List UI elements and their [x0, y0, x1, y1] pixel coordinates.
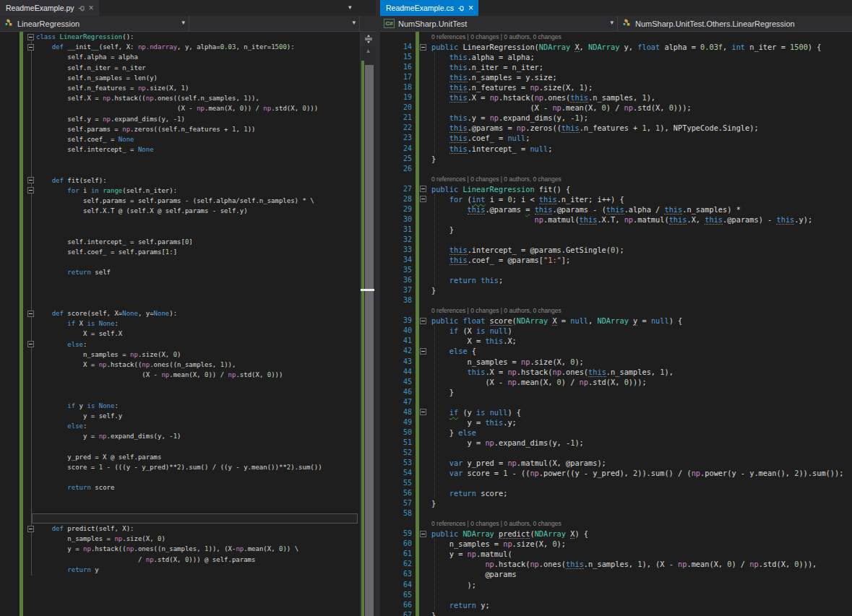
- chevron-down-icon[interactable]: ▾: [352, 19, 356, 26]
- fold-toggle-icon[interactable]: [27, 187, 34, 194]
- code-line[interactable]: return self: [0, 267, 360, 277]
- code-line[interactable]: 67}: [380, 610, 852, 616]
- line-number[interactable]: 61: [380, 549, 412, 559]
- code-line[interactable]: 34 this.coef_ = @params["1:"];: [380, 255, 852, 265]
- line-number[interactable]: 64: [380, 580, 412, 590]
- codelens-row[interactable]: 0 references | 0 changes | 0 authors, 0 …: [380, 174, 852, 184]
- code-line[interactable]: 16 this.n_iter = n_iter;: [380, 62, 852, 72]
- line-number[interactable]: 31: [380, 225, 412, 235]
- code-line[interactable]: self.coef_ = self.params[1:]: [0, 247, 360, 257]
- code-line[interactable]: n_samples = np.size(X, 0): [0, 350, 360, 360]
- fold-toggle-icon[interactable]: [420, 531, 426, 537]
- line-number[interactable]: 34: [380, 255, 412, 265]
- csharp-code-editor[interactable]: 0 references | 0 changes | 0 authors, 0 …: [380, 32, 852, 616]
- code-line[interactable]: 65: [380, 590, 852, 600]
- code-line[interactable]: self.n_features = np.size(X, 1): [0, 83, 360, 93]
- code-line[interactable]: 43 n_samples = np.size(X, 0);: [380, 357, 852, 367]
- code-line[interactable]: 19 this.X = np.hstack(np.ones(this.n_sam…: [380, 92, 852, 103]
- code-line[interactable]: 64 );: [380, 580, 852, 590]
- close-icon[interactable]: ×: [468, 4, 473, 12]
- code-line[interactable]: [0, 585, 360, 595]
- fold-toggle-icon[interactable]: [27, 526, 34, 532]
- code-line[interactable]: 14public LinearRegression(NDArray X, NDA…: [380, 42, 852, 52]
- line-number[interactable]: 16: [380, 62, 412, 72]
- fold-toggle-icon[interactable]: [420, 44, 426, 51]
- line-number[interactable]: 28: [380, 194, 412, 204]
- line-number[interactable]: 39: [380, 316, 412, 326]
- code-line[interactable]: return score: [0, 482, 360, 493]
- codelens-row[interactable]: 0 references | 0 changes | 0 authors, 0 …: [380, 519, 852, 529]
- code-line[interactable]: 30 np.matmul(this.X.T, np.matmul(this.X,…: [380, 214, 852, 225]
- code-line[interactable]: if X is None:: [0, 318, 360, 329]
- code-line[interactable]: 66 return y;: [380, 600, 852, 610]
- line-number[interactable]: 63: [380, 569, 412, 579]
- line-number[interactable]: 60: [380, 539, 412, 549]
- code-line[interactable]: 31 }: [380, 225, 852, 235]
- line-number[interactable]: 40: [380, 326, 412, 336]
- line-number[interactable]: 67: [380, 610, 412, 616]
- code-line[interactable]: for i in range(self.n_iter):: [0, 186, 360, 196]
- code-line[interactable]: 52: [380, 448, 852, 458]
- code-line[interactable]: self.params = np.zeros((self.n_features …: [0, 124, 360, 134]
- chevron-down-icon[interactable]: ▾: [610, 19, 614, 26]
- line-number[interactable]: 25: [380, 154, 412, 164]
- code-line[interactable]: self.alpha = alpha: [0, 52, 360, 62]
- code-line[interactable]: 51 y = np.expand_dims(y, -1);: [380, 438, 852, 448]
- code-line[interactable]: 54 var score = 1 - ((np.power((y - y_pre…: [380, 468, 852, 478]
- line-number[interactable]: 44: [380, 367, 412, 377]
- code-line[interactable]: 47: [380, 397, 852, 407]
- code-line[interactable]: else:: [0, 339, 360, 350]
- line-number[interactable]: 19: [380, 92, 412, 103]
- code-line[interactable]: 60 n_samples = np.size(X, 0);: [380, 539, 852, 549]
- code-line[interactable]: [0, 380, 360, 390]
- code-line[interactable]: (X - np.mean(X, 0)) / np.std(X, 0))): [0, 370, 360, 380]
- close-icon[interactable]: ×: [89, 4, 94, 12]
- line-number[interactable]: 18: [380, 82, 412, 92]
- tab-readmeexample-py[interactable]: ReadmeExample.py ×: [0, 0, 99, 16]
- fold-toggle-icon[interactable]: [27, 44, 34, 51]
- code-line[interactable]: X = self.X: [0, 329, 360, 339]
- code-line[interactable]: self.n_iter = n_iter: [0, 63, 360, 73]
- line-number[interactable]: 30: [380, 214, 412, 225]
- line-number[interactable]: 41: [380, 336, 412, 346]
- code-line[interactable]: self.intercept_ = self.params[0]: [0, 237, 360, 247]
- code-line[interactable]: [0, 575, 360, 585]
- line-number[interactable]: 27: [380, 184, 412, 194]
- code-line[interactable]: 24 this.intercept_ = null;: [380, 144, 852, 154]
- code-line[interactable]: 37}: [380, 285, 852, 295]
- code-line[interactable]: 58: [380, 508, 852, 519]
- line-number[interactable]: 53: [380, 458, 412, 468]
- line-number[interactable]: 42: [380, 346, 412, 356]
- line-number[interactable]: 38: [380, 295, 412, 305]
- code-line[interactable]: self.y = np.expand_dims(y, -1): [0, 114, 360, 124]
- code-line[interactable]: 63 @params: [380, 569, 852, 579]
- code-line[interactable]: 28 for (int i = 0; i < this.n_iter; i++)…: [380, 194, 852, 204]
- code-line[interactable]: 38: [380, 295, 852, 305]
- scope-dropdown[interactable]: LinearRegression ▾: [0, 16, 189, 31]
- code-line[interactable]: 48 if (y is null) {: [380, 407, 852, 417]
- fold-toggle-icon[interactable]: [27, 311, 34, 317]
- line-number[interactable]: 45: [380, 377, 412, 387]
- code-line[interactable]: n_samples = np.size(X, 0): [0, 534, 360, 544]
- codelens-row[interactable]: 0 references | 0 changes | 0 authors, 0 …: [380, 305, 852, 316]
- code-line[interactable]: 44 this.X = np.hstack(np.ones(this.n_sam…: [380, 367, 852, 377]
- code-line[interactable]: [0, 513, 360, 524]
- line-number[interactable]: 54: [380, 468, 412, 478]
- code-line[interactable]: 45 (X - np.mean(X, 0) / np.std(X, 0)));: [380, 377, 852, 387]
- code-line[interactable]: [0, 257, 360, 267]
- line-number[interactable]: 23: [380, 133, 412, 143]
- code-line[interactable]: [0, 288, 360, 298]
- code-line[interactable]: [0, 165, 360, 175]
- line-number[interactable]: 43: [380, 357, 412, 367]
- code-line[interactable]: 36 return this;: [380, 275, 852, 285]
- line-number[interactable]: 22: [380, 123, 412, 133]
- fold-toggle-icon[interactable]: [420, 318, 426, 324]
- line-number[interactable]: 55: [380, 478, 412, 488]
- fold-toggle-icon[interactable]: [27, 177, 34, 183]
- code-line[interactable]: 27public LinearRegression fit() {: [380, 184, 852, 194]
- line-number[interactable]: 47: [380, 397, 412, 407]
- code-line[interactable]: y = np.expand_dims(y, -1): [0, 431, 360, 441]
- code-line[interactable]: y_pred = X @ self.params: [0, 452, 360, 462]
- code-line[interactable]: self.coef_ = None: [0, 134, 360, 144]
- codelens-row[interactable]: 0 references | 0 changes | 0 authors, 0 …: [380, 32, 852, 42]
